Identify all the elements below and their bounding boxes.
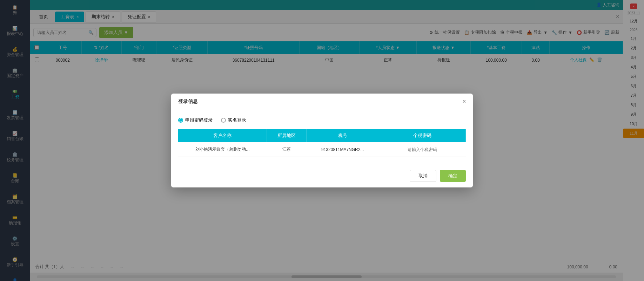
dialog-close-button[interactable]: ×	[463, 98, 466, 105]
client-tax-id: 91320811MA7NGR2...	[306, 142, 379, 157]
dialog-title: 登录信息	[178, 98, 198, 105]
dialog-overlay: 登录信息 × 申报密码登录 实名登录 客户名称 所属地区	[0, 0, 644, 281]
cancel-button[interactable]: 取消	[410, 170, 436, 182]
tax-pwd-field[interactable]	[379, 142, 465, 157]
client-row: 刘小艳演示账套（勿删勿动... 江苏 91320811MA7NGR2...	[178, 142, 466, 157]
col-tax-id: 税号	[306, 129, 379, 142]
confirm-button[interactable]: 确定	[440, 170, 466, 182]
dialog-body: 申报密码登录 实名登录 客户名称 所属地区 税号 个税密码	[171, 110, 473, 164]
radio-password-circle	[178, 118, 183, 123]
dialog-footer: 取消 确定	[171, 164, 473, 187]
col-tax-pwd: 个税密码	[379, 129, 465, 142]
login-method-group: 申报密码登录 实名登录	[178, 117, 466, 123]
col-region: 所属地区	[267, 129, 306, 142]
radio-password-login[interactable]: 申报密码登录	[178, 117, 213, 123]
radio-realname-circle	[221, 118, 226, 123]
client-region: 江苏	[267, 142, 306, 157]
dialog-header: 登录信息 ×	[171, 94, 473, 110]
client-table: 客户名称 所属地区 税号 个税密码 刘小艳演示账套（勿删勿动... 江苏 913…	[178, 129, 466, 157]
login-dialog: 登录信息 × 申报密码登录 实名登录 客户名称 所属地区	[171, 94, 473, 187]
tax-pwd-input[interactable]	[384, 147, 461, 152]
client-name: 刘小艳演示账套（勿删勿动...	[178, 142, 267, 157]
col-client-name: 客户名称	[178, 129, 267, 142]
radio-realname-login[interactable]: 实名登录	[221, 117, 246, 123]
